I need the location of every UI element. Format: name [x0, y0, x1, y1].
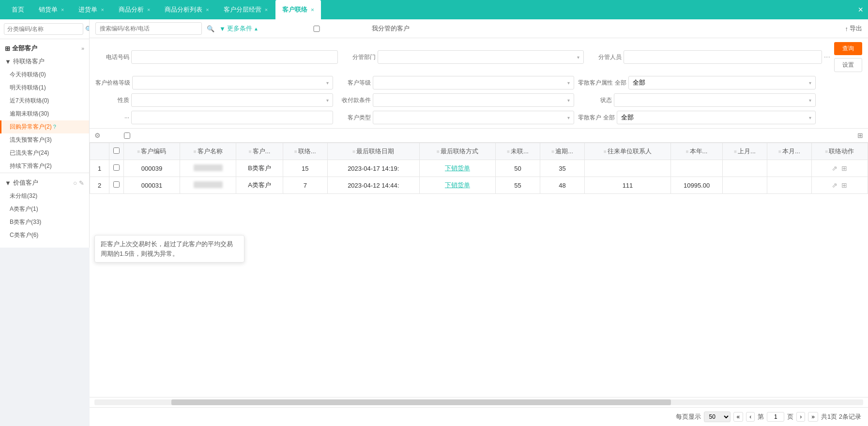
column-settings-icon[interactable]: ⊞ [857, 132, 863, 139]
close-tab-icon[interactable]: × [311, 7, 314, 13]
sidebar-collapse-arrow[interactable]: » [81, 45, 84, 51]
cell-contacts: 111 [584, 177, 670, 194]
sidebar-waiting-item[interactable]: 逾期未联络(30) [0, 107, 89, 120]
search-input[interactable] [95, 22, 202, 35]
my-customer-label[interactable]: 我分管的客户 [263, 24, 410, 33]
per-page-select[interactable]: 50 100 [704, 411, 731, 422]
customer-type-chevron: ▾ [567, 115, 570, 120]
data-table: ≡客户编码≡客户名称≡客户...≡联络...≡最后联络日期≡最后联络方式≡未联.… [90, 143, 868, 194]
gear-icon[interactable]: ⚙ [94, 132, 101, 139]
nav-tab-客户联络[interactable]: 客户联络× [275, 0, 320, 19]
contact-method-link[interactable]: 下销货单 [445, 164, 470, 172]
chevron-down-icon: ▼ [5, 58, 11, 65]
page-input[interactable] [767, 412, 784, 422]
table-toolbar: ⚙ ⊞ [90, 129, 868, 143]
sidebar-value-item[interactable]: C类客户(6) [0, 229, 89, 242]
extra-input[interactable] [131, 111, 333, 124]
manager-dots[interactable]: ··· [824, 53, 830, 61]
link-action-icon[interactable]: ⇗ [832, 164, 838, 172]
nature-select[interactable]: ▾ [131, 93, 333, 107]
nature-chevron: ▾ [326, 98, 329, 103]
phone-input[interactable] [131, 50, 338, 64]
cell-uncontacted: 50 [496, 160, 540, 177]
first-page-btn[interactable]: « [733, 412, 744, 422]
scatter-attr-select[interactable]: 全部 ▾ [628, 76, 816, 89]
waiting-contact-group[interactable]: ▼ 待联络客户 [0, 55, 89, 68]
cell-no: 2 [90, 177, 109, 194]
cell-checkbox [109, 160, 124, 177]
cell-customerType: A类客户 [236, 177, 283, 194]
col-header-customerName: ≡客户名称 [180, 143, 236, 160]
sidebar-special-item[interactable]: 已流失客户(24) [0, 147, 89, 160]
settings-button[interactable]: 设置 [834, 58, 862, 72]
close-tab-icon[interactable]: × [265, 7, 268, 13]
sidebar-waiting-item[interactable]: 明天待联络(1) [0, 81, 89, 94]
manager-input[interactable] [624, 50, 822, 64]
query-button[interactable]: 查询 [834, 42, 862, 55]
help-icon[interactable]: ? [52, 124, 56, 130]
dept-select[interactable]: ▾ [378, 50, 584, 64]
cell-thisMonth [767, 177, 812, 194]
all-customers-title[interactable]: ⊞ 全部客户 » [0, 42, 89, 55]
more-conditions-btn[interactable]: ▼ 更多条件 ▲ [219, 24, 259, 33]
header-checkbox[interactable] [113, 147, 120, 154]
category-search-icon[interactable]: 🔍 [85, 26, 90, 33]
close-all-icon[interactable]: × [858, 5, 863, 15]
row-checkbox[interactable] [113, 164, 120, 171]
table-area: ≡客户编码≡客户名称≡客户...≡联络...≡最后联络日期≡最后联络方式≡未联.… [90, 143, 868, 397]
price-grade-select[interactable]: ▾ [132, 76, 333, 89]
close-tab-icon[interactable]: × [101, 7, 104, 13]
customer-type-select[interactable]: ▾ [373, 111, 575, 124]
dept-chevron: ▾ [577, 55, 579, 60]
payment-select[interactable]: ▾ [373, 93, 575, 107]
link-action-icon[interactable]: ⇗ [832, 181, 838, 189]
tooltip-box: 距客户上次交易时长，超过了此客户的平均交易周期的1.5倍，则视为异常。 [94, 235, 244, 263]
sidebar-special-item[interactable]: 回购异常客户(2) ? [0, 120, 89, 133]
close-tab-icon[interactable]: × [61, 7, 64, 13]
sidebar-value-item[interactable]: 未分组(32) [0, 190, 89, 203]
sidebar-special-item[interactable]: 流失预警客户(3) [0, 133, 89, 147]
category-search-input[interactable] [4, 23, 83, 35]
horizontal-scrollbar[interactable] [94, 399, 863, 405]
close-tab-icon[interactable]: × [206, 7, 209, 13]
col-header-uncontacted: ≡未联... [496, 143, 540, 160]
prev-page-btn[interactable]: ‹ [746, 412, 755, 422]
scatter-attr-label: 零散客户属性 全部 [578, 79, 626, 87]
edit-icon[interactable]: ✎ [79, 179, 84, 187]
export-icon: ↑ [845, 25, 849, 32]
nav-tab-销货单[interactable]: 销货单× [32, 0, 71, 19]
cell-thisYear [671, 160, 723, 177]
value-customers-group[interactable]: ▼ 价值客户 ○ ✎ [0, 176, 89, 190]
sidebar-waiting-item[interactable]: 近7天待联络(0) [0, 94, 89, 107]
payment-label: 收付款条件 [337, 96, 371, 104]
sidebar-waiting-item[interactable]: 今天待联络(0) [0, 68, 89, 81]
sidebar-value-item[interactable]: A类客户(1) [0, 203, 89, 216]
sidebar-special-item[interactable]: 持续下滑客户(2) [0, 160, 89, 173]
sidebar-value-item[interactable]: B类客户(33) [0, 216, 89, 229]
scatter-customer-select[interactable]: 全部 ▾ [617, 111, 816, 124]
scatter-customer-label: 零散客户 全部 [578, 114, 614, 122]
nav-tab-客户分层经营[interactable]: 客户分层经营× [217, 0, 274, 19]
phone-label: 电话号码 [95, 53, 129, 61]
cell-lastContactDate: 2023-04-17 14:19: [327, 160, 419, 177]
next-page-btn[interactable]: › [796, 412, 805, 422]
nav-tab-进货单[interactable]: 进货单× [72, 0, 110, 19]
nav-tab-商品分析[interactable]: 商品分析× [112, 0, 157, 19]
select-all-checkbox[interactable] [124, 132, 130, 139]
search-btn[interactable]: 🔍 [207, 25, 214, 32]
status-select[interactable]: ▾ [614, 93, 816, 107]
contact-method-link[interactable]: 下销货单 [445, 181, 470, 189]
grid-action-icon[interactable]: ⊞ [841, 181, 847, 189]
last-page-btn[interactable]: » [808, 412, 818, 422]
customer-grade-select[interactable]: ▾ [373, 76, 575, 89]
export-btn[interactable]: ↑ 导出 [845, 24, 863, 33]
my-customer-checkbox[interactable] [263, 26, 370, 32]
close-tab-icon[interactable]: × [147, 7, 150, 13]
top-nav: 首页销货单×进货单×商品分析×商品分析列表×客户分层经营×客户联络× × [0, 0, 868, 19]
nav-tab-商品分析列表[interactable]: 商品分析列表× [158, 0, 215, 19]
add-icon[interactable]: ○ [73, 179, 77, 187]
row-checkbox[interactable] [113, 181, 120, 188]
nav-tab-首页[interactable]: 首页 [5, 0, 31, 19]
grid-action-icon[interactable]: ⊞ [841, 164, 847, 172]
col-header-action: ≡联络动作 [811, 143, 868, 160]
